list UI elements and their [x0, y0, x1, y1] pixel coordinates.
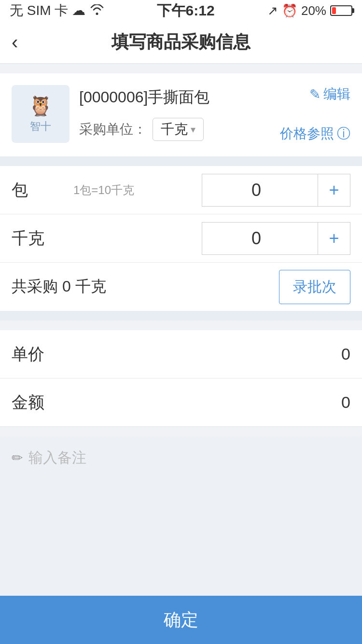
section-divider-1 — [0, 156, 362, 166]
battery-icon — [330, 5, 352, 16]
section-divider-2 — [0, 311, 362, 321]
dropdown-icon: ▾ — [191, 124, 195, 135]
price-section: 单价 0 金额 0 — [0, 330, 362, 427]
unit-price-label: 单价 — [12, 343, 44, 365]
status-time: 下午6:12 — [157, 1, 215, 21]
unit-value: 千克 — [161, 120, 188, 139]
owl-icon: 🦉 — [28, 95, 53, 117]
page-title: 填写商品采购信息 — [111, 30, 251, 54]
back-button[interactable]: ‹ — [12, 31, 18, 53]
edit-button[interactable]: ✎ 编辑 — [309, 85, 350, 103]
unit-price-value: 0 — [341, 345, 350, 364]
unit-label: 采购单位： — [79, 120, 147, 139]
bag-input-row: 包 1包=10千克 + — [0, 166, 362, 214]
confirm-label: 确定 — [164, 608, 198, 632]
bag-label: 包 — [12, 179, 70, 201]
bag-sublabel: 1包=10千克 — [73, 182, 134, 198]
input-section: 包 1包=10千克 + 千克 + — [0, 166, 362, 263]
confirm-button[interactable]: 确定 — [0, 596, 362, 644]
kg-label: 千克 — [12, 227, 70, 250]
nav-bar: ‹ 填写商品采购信息 — [0, 21, 362, 64]
amount-row: 金额 0 — [0, 378, 362, 427]
price-reference-button[interactable]: 价格参照 ⓘ — [280, 125, 350, 143]
summary-text: 共采购 0 千克 — [12, 276, 106, 297]
kg-plus-button[interactable]: + — [318, 222, 350, 255]
kg-input-row: 千克 + — [0, 214, 362, 263]
record-batch-button[interactable]: 录批次 — [279, 270, 350, 304]
unit-select[interactable]: 千克 ▾ — [153, 118, 204, 141]
location-icon: ↗ — [267, 3, 278, 18]
pencil-icon: ✏ — [12, 450, 23, 466]
wifi-icon — [90, 3, 104, 18]
price-ref-label: 价格参照 — [280, 125, 334, 143]
unit-price-row: 单价 0 — [0, 330, 362, 378]
amount-value: 0 — [341, 393, 350, 412]
back-icon: ‹ — [12, 31, 18, 53]
amount-label: 金额 — [12, 392, 44, 414]
bag-plus-button[interactable]: + — [318, 174, 350, 207]
plus-icon: + — [329, 180, 339, 200]
battery-percent: 20% — [301, 3, 326, 18]
brand-label: 智十 — [30, 119, 51, 134]
bag-input[interactable] — [202, 174, 318, 207]
remark-placeholder: 输入备注 — [28, 448, 86, 468]
status-left: 无 SIM 卡 ☁ — [10, 1, 104, 20]
product-image: 🦉 智十 — [12, 85, 70, 143]
sim-label: 无 SIM 卡 ☁ — [10, 1, 85, 20]
status-bar: 无 SIM 卡 ☁ 下午6:12 ↗ ⏰ 20% — [0, 0, 362, 21]
alarm-icon: ⏰ — [282, 3, 297, 18]
summary-row: 共采购 0 千克 录批次 — [0, 263, 362, 311]
edit-icon: ✎ — [309, 86, 320, 102]
edit-label: 编辑 — [323, 85, 350, 103]
plus-icon-2: + — [329, 228, 339, 249]
price-ref-help-icon: ⓘ — [337, 125, 350, 143]
kg-input[interactable] — [202, 222, 318, 255]
kg-input-right: + — [202, 222, 350, 255]
status-right: ↗ ⏰ 20% — [267, 3, 352, 18]
bag-input-right: + — [202, 174, 350, 207]
product-card: 🦉 智十 [0000006]手撕面包 采购单位： 千克 ▾ ✎ 编辑 价格参照 … — [0, 73, 362, 156]
